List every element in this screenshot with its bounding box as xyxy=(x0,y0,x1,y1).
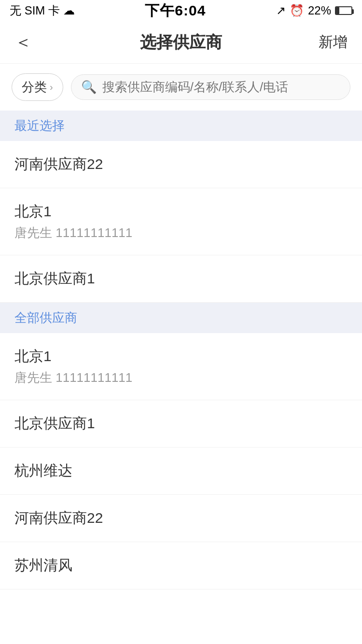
item-name: 北京1 xyxy=(14,347,348,366)
list-item[interactable]: 北京供应商1 xyxy=(0,400,362,448)
list-item[interactable]: 河南供应商22 xyxy=(0,495,362,542)
item-name: 河南供应商22 xyxy=(14,154,348,174)
search-input[interactable] xyxy=(102,80,340,95)
list-item[interactable]: 北京1 唐先生 11111111111 xyxy=(0,333,362,400)
list-item[interactable]: 河南供应商22 xyxy=(0,141,362,188)
item-name: 北京供应商1 xyxy=(14,269,348,289)
item-name: 杭州维达 xyxy=(14,461,348,481)
category-label: 分类 xyxy=(22,79,47,96)
all-section-title: 全部供应商 xyxy=(14,310,77,325)
status-bar: 无 SIM 卡 ☁ 下午6:04 ↗ ⏰ 22% xyxy=(0,0,362,21)
all-section-header: 全部供应商 xyxy=(0,303,362,333)
item-detail: 唐先生 11111111111 xyxy=(14,369,348,386)
item-detail: 唐先生 11111111111 xyxy=(14,224,348,241)
item-name: 苏州清风 xyxy=(14,556,348,575)
recent-list: 河南供应商22 北京1 唐先生 11111111111 北京供应商1 xyxy=(0,141,362,303)
nav-bar: ＜ 选择供应商 新增 xyxy=(0,21,362,64)
page-title: 选择供应商 xyxy=(140,31,222,54)
filter-row: 分类 › 🔍 xyxy=(0,64,362,111)
status-time: 下午6:04 xyxy=(145,1,206,21)
item-name: 北京1 xyxy=(14,202,348,222)
recent-section-title: 最近选择 xyxy=(14,118,65,133)
sim-status: 无 SIM 卡 ☁ xyxy=(10,3,75,18)
new-add-button[interactable]: 新增 xyxy=(319,32,348,52)
chevron-right-icon: › xyxy=(50,82,53,93)
search-icon: 🔍 xyxy=(81,80,97,95)
item-name: 河南供应商22 xyxy=(14,508,348,528)
battery-icon xyxy=(335,6,352,15)
item-name: 北京供应商1 xyxy=(14,414,348,434)
status-left: 无 SIM 卡 ☁ xyxy=(10,3,75,18)
list-item[interactable]: 北京1 唐先生 11111111111 xyxy=(0,188,362,255)
list-item[interactable]: 北京供应商1 xyxy=(0,255,362,303)
alarm-icon: ⏰ xyxy=(290,4,304,17)
search-box[interactable]: 🔍 xyxy=(71,74,350,100)
location-icon: ↗ xyxy=(276,4,286,17)
all-list: 北京1 唐先生 11111111111 北京供应商1杭州维达河南供应商22苏州清… xyxy=(0,333,362,589)
battery-indicator: 22% xyxy=(308,4,331,17)
status-right: ↗ ⏰ 22% xyxy=(276,4,352,17)
list-item[interactable]: 杭州维达 xyxy=(0,448,362,495)
back-button[interactable]: ＜ xyxy=(14,30,43,54)
list-item[interactable]: 苏州清风 xyxy=(0,542,362,589)
category-button[interactable]: 分类 › xyxy=(12,73,63,101)
recent-section-header: 最近选择 xyxy=(0,111,362,141)
